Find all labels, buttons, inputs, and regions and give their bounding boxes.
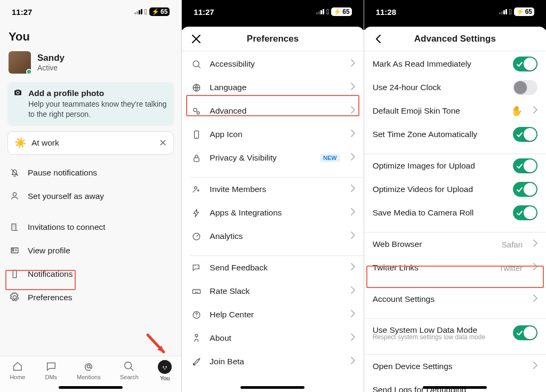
toggle-mark-as-read[interactable] xyxy=(513,57,537,71)
row-invitations[interactable]: Invitations to connect xyxy=(0,215,181,239)
toggle-low-data[interactable] xyxy=(513,325,537,340)
toggle-optimize-images[interactable] xyxy=(513,158,537,173)
row-apps[interactable]: Apps & Integrations xyxy=(182,201,363,225)
row-set-away[interactable]: Set yourself as away xyxy=(0,185,181,208)
row-device-settings[interactable]: Open Device Settings xyxy=(364,355,546,378)
feedback-icon xyxy=(190,263,202,273)
toggle-timezone[interactable] xyxy=(513,127,537,142)
toggle-save-media[interactable] xyxy=(513,205,537,220)
row-label: Help Center xyxy=(210,310,343,319)
cell-signal-icon xyxy=(499,9,507,14)
help-icon xyxy=(190,310,202,320)
status-chip[interactable]: ☀️ At work ✕ xyxy=(7,131,174,155)
row-label: App Icon xyxy=(210,130,343,139)
row-optimize-videos[interactable]: Optimize Videos for Upload xyxy=(364,178,546,201)
row-save-media[interactable]: Save Media to Camera Roll xyxy=(364,201,546,225)
row-label: Analytics xyxy=(210,231,343,241)
you-icon xyxy=(158,360,172,374)
status-time: 11:27 xyxy=(194,7,214,17)
presence-dot-icon xyxy=(26,69,32,75)
add-photo-card[interactable]: Add a profile photo Help your teammates … xyxy=(7,82,174,126)
cell-signal-icon xyxy=(316,9,324,14)
row-web-browser[interactable]: Web Browser Safari xyxy=(364,233,546,256)
chevron-right-icon xyxy=(533,239,537,249)
row-join-beta[interactable]: Join Beta xyxy=(182,350,363,373)
at-icon xyxy=(82,360,95,373)
row-mark-as-read[interactable]: Mark As Read Immediately xyxy=(364,52,546,76)
row-send-logs[interactable]: Send Logs for Debugging xyxy=(364,378,546,392)
row-sublabel: Respect system settings low data mode xyxy=(373,333,505,341)
tab-mentions[interactable]: Mentions xyxy=(77,360,101,380)
chevron-right-icon xyxy=(351,130,355,139)
row-label: Use 24-hour Clock xyxy=(373,83,505,92)
building-icon xyxy=(9,222,20,232)
row-label: Rate Slack xyxy=(210,286,343,296)
home-indicator xyxy=(240,386,304,389)
tab-dms[interactable]: DMs xyxy=(45,360,58,380)
row-invite-members[interactable]: Invite Members xyxy=(182,178,363,201)
row-pause-notifications[interactable]: Pause notifications xyxy=(0,161,181,185)
close-button[interactable] xyxy=(189,34,203,44)
row-account-settings[interactable]: Account Settings xyxy=(364,287,546,311)
toggle-optimize-videos[interactable] xyxy=(513,182,537,197)
chevron-right-icon xyxy=(533,294,537,304)
row-preferences[interactable]: Preferences xyxy=(0,286,181,309)
row-label: Send Feedback xyxy=(210,263,343,273)
tab-bar: Home DMs Mentions Search You xyxy=(0,356,181,392)
gauge-icon xyxy=(190,231,202,242)
profile-header[interactable]: Sandy Active xyxy=(0,48,181,80)
new-badge: NEW xyxy=(320,154,340,162)
row-label: Account Settings xyxy=(373,294,526,304)
svg-point-5 xyxy=(197,111,199,114)
row-help-center[interactable]: Help Center xyxy=(182,303,363,326)
battery-icon: ⚡65 xyxy=(514,7,534,16)
gear-icon xyxy=(9,292,20,302)
svg-rect-11 xyxy=(192,289,200,293)
row-feedback[interactable]: Send Feedback xyxy=(182,256,363,279)
keyboard-icon xyxy=(190,286,202,297)
status-emoji-icon: ☀️ xyxy=(14,137,26,149)
row-accessibility[interactable]: Accessibility xyxy=(182,52,363,76)
row-label: Set Time Zone Automatically xyxy=(373,130,505,139)
row-skin-tone[interactable]: Default Emoji Skin Tone ✋ xyxy=(364,99,546,123)
row-about[interactable]: About xyxy=(182,326,363,350)
row-view-profile[interactable]: View profile xyxy=(0,239,181,262)
row-label: Pause notifications xyxy=(28,168,173,178)
row-label: Optimize Videos for Upload xyxy=(373,185,505,194)
tab-search[interactable]: Search xyxy=(120,360,139,380)
lightning-icon xyxy=(190,208,202,218)
profile-presence: Active xyxy=(37,63,65,72)
row-language[interactable]: Language xyxy=(182,76,363,99)
row-label: Preferences xyxy=(28,293,173,302)
row-label: Join Beta xyxy=(210,357,343,366)
row-24h-clock[interactable]: Use 24-hour Clock xyxy=(364,76,546,99)
accessibility-icon xyxy=(190,59,202,69)
svg-point-0 xyxy=(163,366,164,368)
row-timezone[interactable]: Set Time Zone Automatically xyxy=(364,123,546,146)
row-notifications[interactable]: Notifications xyxy=(0,262,181,286)
tab-you[interactable]: You xyxy=(158,360,172,381)
row-optimize-images[interactable]: Optimize Images for Upload xyxy=(364,154,546,178)
row-analytics[interactable]: Analytics xyxy=(182,225,363,248)
row-label: Advanced xyxy=(210,106,343,116)
row-low-data-mode[interactable]: Use System Low Data Mode Respect system … xyxy=(364,319,546,347)
chevron-right-icon xyxy=(351,310,355,319)
row-label: Invite Members xyxy=(210,185,343,194)
tab-home[interactable]: Home xyxy=(10,360,25,380)
row-twitter-links[interactable]: Twitter Links Twitter xyxy=(364,256,546,279)
row-label: Language xyxy=(210,83,343,92)
row-privacy[interactable]: Privacy & Visibility NEW xyxy=(182,146,363,170)
row-label: Invitations to connect xyxy=(28,222,173,232)
toggle-24h-clock[interactable] xyxy=(513,80,537,95)
home-indicator xyxy=(59,386,123,389)
back-button[interactable] xyxy=(372,34,386,44)
clear-status-button[interactable]: ✕ xyxy=(159,137,167,149)
row-label: Set yourself as away xyxy=(28,191,173,201)
chevron-right-icon xyxy=(351,185,355,194)
row-advanced[interactable]: Advanced xyxy=(182,99,363,123)
row-rate-slack[interactable]: Rate Slack xyxy=(182,279,363,303)
row-value: Safari xyxy=(502,240,523,249)
svg-point-13 xyxy=(195,334,198,337)
row-app-icon[interactable]: App Icon xyxy=(182,123,363,146)
status-time: 11:27 xyxy=(12,7,32,17)
